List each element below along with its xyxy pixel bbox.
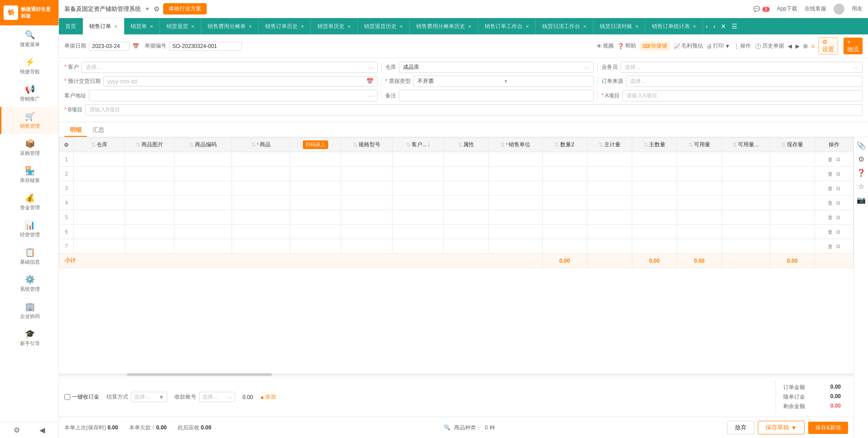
row-5-unit[interactable]	[489, 210, 542, 225]
customer-input[interactable]: 选择...	[86, 63, 367, 71]
col-spec[interactable]: ⇅ 规格型号	[341, 138, 392, 152]
row-4-customer-code[interactable]	[393, 196, 444, 210]
nav-next-btn[interactable]: ▶	[795, 43, 800, 49]
row-3-customer-code[interactable]	[393, 181, 444, 196]
tab-sales-return-close[interactable]: ✕	[191, 24, 194, 29]
scan-button[interactable]: 扫码录入	[303, 140, 328, 149]
sidebar-item-inventory[interactable]: 🏪 库存核算	[0, 161, 58, 188]
row-7-delete-icon[interactable]: 🗑	[828, 243, 833, 250]
row-4-copy-icon[interactable]: ⧉	[836, 200, 840, 206]
row-6-copy-icon[interactable]: ⧉	[836, 229, 840, 235]
col-settings[interactable]: ⚙	[59, 138, 74, 152]
sidebar-collapse-icon[interactable]: ◀	[39, 426, 45, 434]
row-5-product[interactable]	[232, 210, 290, 225]
order-no-input[interactable]	[169, 42, 242, 51]
tab-close-all-btn[interactable]: ✕	[718, 23, 729, 30]
row-2-product[interactable]	[232, 167, 290, 181]
sidebar-settings-icon[interactable]: ⚙	[14, 426, 20, 434]
row-5-spec[interactable]	[341, 210, 392, 225]
tab-summary[interactable]: 汇总	[87, 124, 110, 137]
row-2-spec[interactable]	[341, 167, 392, 181]
account-input[interactable]: 选择...	[202, 393, 226, 401]
message-icon[interactable]: 💬 9	[753, 6, 770, 12]
tab-menu-btn[interactable]: ☰	[729, 23, 740, 30]
setting-button[interactable]: ⚙ 设置	[818, 37, 838, 55]
row-6-attribute[interactable]	[444, 225, 489, 239]
right-icon-1[interactable]: 📎	[855, 139, 868, 152]
date-input[interactable]	[89, 42, 130, 51]
tab-sales-workbench[interactable]: 销售订单工作台 ✕	[478, 18, 536, 34]
tab-sales-receipt-history[interactable]: 销货单历史 ✕	[311, 18, 358, 34]
b-project-input[interactable]: 请输入B项目	[89, 106, 858, 114]
calendar-icon[interactable]: 📅	[132, 43, 139, 49]
sidebar-item-marketing[interactable]: 📢 营销推广	[0, 80, 58, 107]
row-4-delete-icon[interactable]: 🗑	[828, 200, 833, 206]
row-5-code[interactable]	[175, 210, 232, 225]
dropdown-icon[interactable]: ▼	[145, 6, 150, 12]
row-1-main-qty[interactable]	[632, 152, 677, 167]
row-4-unit[interactable]	[489, 196, 542, 210]
nav-prev-btn[interactable]: ◀	[788, 43, 792, 49]
order-source-input[interactable]: 选择...	[630, 77, 858, 85]
right-icon-4[interactable]: ☆	[855, 180, 868, 193]
row-4-attribute[interactable]	[444, 196, 489, 210]
sidebar-item-quicknav[interactable]: ⚡ 快捷导航	[0, 53, 58, 80]
col-qty2[interactable]: ⇅ 数量2	[542, 138, 587, 152]
row-2-code[interactable]	[175, 167, 232, 181]
row-2-unit[interactable]	[489, 167, 542, 181]
row-7-warehouse[interactable]	[74, 239, 125, 254]
col-main-qty[interactable]: ⇅ 主数量	[632, 138, 677, 152]
add-button[interactable]: ● 添加	[260, 393, 276, 401]
row-7-code[interactable]	[175, 239, 232, 254]
row-6-qty2[interactable]	[542, 225, 587, 239]
row-2-customer-code[interactable]	[393, 167, 444, 181]
row-6-warehouse[interactable]	[74, 225, 125, 239]
payment-method-input[interactable]: 选择...	[134, 393, 159, 401]
row-6-spec[interactable]	[341, 225, 392, 239]
row-2-copy-icon[interactable]: ⧉	[836, 171, 840, 177]
delivery-input[interactable]: yyyy-mm-dd	[107, 78, 366, 85]
sidebar-item-basic[interactable]: 📋 基础信息	[0, 243, 58, 270]
row-4-main-qty[interactable]	[632, 196, 677, 210]
row-5-delete-icon[interactable]: 🗑	[828, 214, 833, 221]
row-1-spec[interactable]	[341, 152, 392, 167]
calendar2-icon[interactable]: 📅	[366, 78, 373, 85]
row-3-warehouse[interactable]	[74, 181, 125, 196]
operation-btn[interactable]: ⋮ 操作	[734, 42, 751, 50]
col-scan[interactable]: 扫码录入	[290, 138, 341, 152]
tab-sales-workbench-close[interactable]: ✕	[525, 24, 529, 29]
row-1-copy-icon[interactable]: ⧉	[836, 156, 840, 163]
row-3-spec[interactable]	[341, 181, 392, 196]
tab-sales-expense-history[interactable]: 销售费用分摊单历史 ✕	[410, 18, 478, 34]
tab-sales-order-summary-close[interactable]: ✕	[693, 24, 696, 29]
row-4-code[interactable]	[175, 196, 232, 210]
col-available[interactable]: ⇅ 可用量	[677, 138, 722, 152]
col-image[interactable]: ⇅ 商品图片	[125, 138, 175, 152]
row-4-spec[interactable]	[341, 196, 392, 210]
row-5-qty2[interactable]	[542, 210, 587, 225]
view-btn[interactable]: 👁 视频	[596, 42, 614, 50]
save-draft-button[interactable]: 保存草稿 ▼	[758, 421, 805, 434]
col-available2[interactable]: ⇅ 可用量...	[722, 138, 770, 152]
invoice-select[interactable]: 不开票 ▼	[413, 76, 594, 87]
sidebar-item-guide[interactable]: 🎓 新手引导	[0, 324, 58, 351]
row-3-delete-icon[interactable]: 🗑	[828, 185, 833, 192]
right-icon-5[interactable]: 📷	[855, 193, 868, 206]
sidebar-item-enterprise[interactable]: 🏢 企业协同	[0, 297, 58, 324]
row-7-attribute[interactable]	[444, 239, 489, 254]
row-7-spec[interactable]	[341, 239, 392, 254]
row-7-unit[interactable]	[489, 239, 542, 254]
help-btn[interactable]: ❓ 帮助	[617, 42, 636, 50]
address-dots-btn[interactable]: ···	[368, 92, 373, 99]
row-6-delete-icon[interactable]: 🗑	[828, 229, 833, 235]
col-stock[interactable]: ⇅ 现存量	[770, 138, 815, 152]
row-4-qty2[interactable]	[542, 196, 587, 210]
account-dots-btn[interactable]: ···	[227, 394, 232, 401]
discard-button[interactable]: 放弃	[727, 421, 754, 434]
tab-sales-return-history-close[interactable]: ✕	[399, 24, 403, 29]
tab-sales-order-history-close[interactable]: ✕	[301, 24, 304, 29]
tab-sales-receipt[interactable]: 销货单 ✕	[124, 18, 160, 34]
horizontal-scrollbar[interactable]	[59, 373, 853, 376]
tab-sales-order-history[interactable]: 销售订单历史 ✕	[259, 18, 311, 34]
sidebar-item-capital[interactable]: 💰 资金管理	[0, 188, 58, 216]
